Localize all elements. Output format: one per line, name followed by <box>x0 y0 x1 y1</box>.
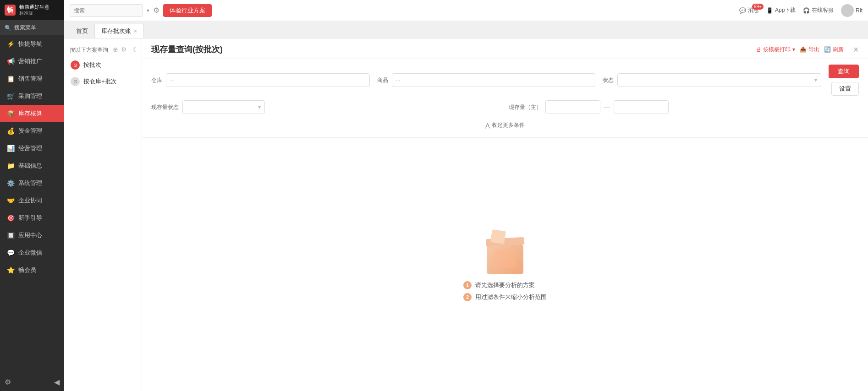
refresh-label: 刷新 <box>833 46 844 54</box>
inventory-icon: 📦 <box>6 109 15 118</box>
sidebar-item-sales[interactable]: 📋 销售管理 <box>0 70 64 87</box>
scheme-settings-icon[interactable]: ⚙ <box>121 46 127 54</box>
step-num-1: 1 <box>463 281 472 289</box>
warehouse-input[interactable]: ··· <box>166 73 370 87</box>
nav-label: 营销推广 <box>18 57 42 65</box>
user-name: Rit <box>856 7 863 14</box>
collapse-filter-button[interactable]: ⋀ 收起更多条件 <box>151 119 859 132</box>
query-buttons: 查询 设置 <box>829 65 859 96</box>
sidebar-header: 畅 畅康通好生意 标准版 <box>0 0 64 20</box>
empty-step-2: 2 用过滤条件来缩小分析范围 <box>463 293 547 301</box>
customer-service-label: 在线客服 <box>812 6 834 14</box>
inv-status-arrow: ▾ <box>258 104 261 110</box>
scheme-item-by-warehouse-batch[interactable]: ⊙ 按仓库+批次 <box>64 73 142 90</box>
sidebar-item-marketing[interactable]: 📢 营销推广 <box>0 53 64 70</box>
collapse-panel-icon[interactable]: 《 <box>130 46 136 54</box>
sidebar-item-apps[interactable]: 🔲 应用中心 <box>0 227 64 244</box>
sidebar-item-enterprise[interactable]: 🤝 企业协同 <box>0 192 64 209</box>
qty-min-input[interactable] <box>545 100 600 114</box>
inventory-status-select[interactable]: ▾ <box>182 100 265 114</box>
scheme-item-by-batch[interactable]: ⊙ 按批次 <box>64 57 142 73</box>
product-label: 商品 <box>377 76 388 84</box>
status-select-arrow: ▾ <box>814 77 817 83</box>
query-button[interactable]: 查询 <box>829 65 859 78</box>
batch-icon: ⊙ <box>71 60 80 70</box>
topbar-right: 💬 消息 99+ 📱 App下载 🎧 在线客服 Rit <box>739 4 863 17</box>
refresh-icon: 🔄 <box>824 46 831 53</box>
sidebar-item-basic[interactable]: 📁 基础信息 <box>0 157 64 174</box>
step-2-text: 用过滤条件来缩小分析范围 <box>475 293 547 301</box>
nav-label: 基础信息 <box>18 162 42 170</box>
status-label: 状态 <box>603 76 614 84</box>
marketing-icon: 📢 <box>6 57 15 65</box>
tab-batch-label: 库存批次账 <box>101 27 131 35</box>
wechat-icon: 💬 <box>6 249 15 257</box>
app-download-item[interactable]: 📱 App下载 <box>766 6 796 14</box>
warehouse-label: 仓库 <box>151 76 162 84</box>
topbar-gear-icon[interactable]: ⚙ <box>153 6 159 15</box>
inventory-status-filter: 现存量状态 ▾ <box>151 100 501 114</box>
product-input[interactable]: ··· <box>392 73 596 87</box>
headset-icon: 🎧 <box>803 7 810 14</box>
topbar: ▾ ⚙ 体验行业方案 💬 消息 99+ 📱 App下载 🎧 在线客服 Rit <box>64 0 868 21</box>
sidebar-item-operations[interactable]: 📊 经营管理 <box>0 140 64 157</box>
nav-label: 快捷导航 <box>18 40 42 48</box>
step-1-text: 请先选择要分析的方案 <box>475 281 535 289</box>
collapse-sidebar-icon[interactable]: ◀ <box>54 378 60 386</box>
empty-illustration <box>482 228 528 274</box>
messages-item[interactable]: 💬 消息 99+ <box>739 6 759 14</box>
sidebar-item-member[interactable]: ⭐ 畅会员 <box>0 261 64 279</box>
basic-icon: 📁 <box>6 162 15 170</box>
app-download-icon: 📱 <box>766 7 773 14</box>
nav-label: 经营管理 <box>18 144 42 152</box>
collapse-label: 收起更多条件 <box>492 121 525 129</box>
sidebar-item-finance[interactable]: 💰 资金管理 <box>0 122 64 140</box>
user-profile-item[interactable]: Rit <box>841 4 863 17</box>
export-button[interactable]: 📤 导出 <box>800 46 819 54</box>
sidebar-item-newbie[interactable]: 🎯 新手引导 <box>0 209 64 227</box>
sidebar-item-wechat[interactable]: 💬 企业微信 <box>0 244 64 261</box>
right-content: 现存量查询(按批次) 🖨 按模板打印 ▾ 📤 导出 🔄 刷新 <box>142 38 868 391</box>
tab-bar: 首页 库存批次账 × <box>64 21 868 38</box>
tab-home[interactable]: 首页 <box>70 24 94 38</box>
tab-close-icon[interactable]: × <box>134 28 137 34</box>
page-title: 现存量查询(按批次) <box>151 44 223 55</box>
sidebar-item-inventory[interactable]: 📦 库存核算 <box>0 105 64 122</box>
tab-home-label: 首页 <box>76 27 88 35</box>
finance-icon: 💰 <box>6 127 15 135</box>
sidebar-item-purchase[interactable]: 🛒 采购管理 <box>0 87 64 105</box>
search-menu-item[interactable]: 🔍 搜索菜单 <box>0 20 64 35</box>
sidebar-item-quick-nav[interactable]: ⚡ 快捷导航 <box>0 35 64 53</box>
status-select[interactable]: ▾ <box>617 73 821 87</box>
empty-step-1: 1 请先选择要分析的方案 <box>463 281 547 289</box>
settings-icon[interactable]: ⚙ <box>5 378 11 386</box>
user-avatar <box>841 4 854 17</box>
app-logo: 畅 <box>5 5 16 16</box>
empty-state: 1 请先选择要分析的方案 2 用过滤条件来缩小分析范围 <box>142 138 868 391</box>
search-icon: 🔍 <box>5 25 11 31</box>
empty-steps: 1 请先选择要分析的方案 2 用过滤条件来缩小分析范围 <box>463 281 547 301</box>
sales-icon: 📋 <box>6 75 15 83</box>
topbar-left: ▾ ⚙ 体验行业方案 <box>70 4 735 17</box>
customer-service-item[interactable]: 🎧 在线客服 <box>803 6 834 14</box>
page-close-button[interactable]: ✕ <box>853 45 859 54</box>
nav-label: 畅会员 <box>18 266 36 274</box>
qty-label: 现存量（主） <box>509 103 542 111</box>
nav-label: 企业协同 <box>18 196 42 205</box>
print-dropdown-icon[interactable]: ▾ <box>792 46 795 53</box>
print-button[interactable]: 🖨 按模板打印 ▾ <box>756 46 795 54</box>
export-icon: 📤 <box>800 46 807 53</box>
nav-label: 资金管理 <box>18 127 42 135</box>
tab-batch-account[interactable]: 库存批次账 × <box>94 24 144 38</box>
search-chevron-icon[interactable]: ▾ <box>147 7 149 14</box>
nav-label: 新手引导 <box>18 214 42 222</box>
filter-row-2: 现存量状态 ▾ 现存量（主） — <box>151 100 859 114</box>
search-input[interactable] <box>70 4 143 17</box>
app-company: 畅康通好生意 <box>19 4 49 10</box>
qty-max-input[interactable] <box>614 100 669 114</box>
sidebar-item-system[interactable]: ⚙️ 系统管理 <box>0 174 64 192</box>
experience-button[interactable]: 体验行业方案 <box>163 4 212 17</box>
add-scheme-icon[interactable]: ⊕ <box>113 46 118 54</box>
settings-button[interactable]: 设置 <box>831 82 859 96</box>
refresh-button[interactable]: 🔄 刷新 <box>824 46 844 54</box>
